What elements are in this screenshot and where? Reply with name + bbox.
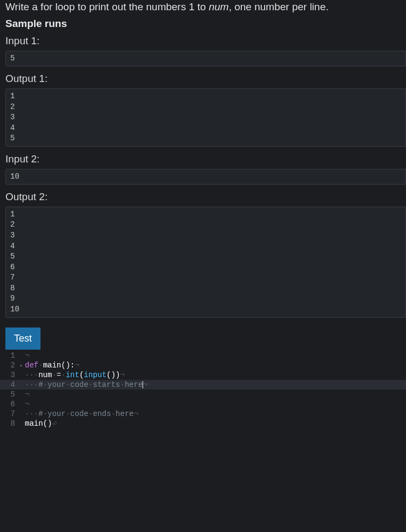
line-number: 7 xyxy=(0,409,19,419)
code-line[interactable]: 1¬ xyxy=(0,351,406,360)
line-number: 3 xyxy=(0,370,19,380)
line-number: 4 xyxy=(0,380,19,390)
prompt-before: Write a for loop to print out the number… xyxy=(5,1,209,12)
output2-label: Output 2: xyxy=(5,190,406,204)
code-content[interactable]: ···num·=·int(input())¬ xyxy=(25,370,125,380)
code-line[interactable]: 3···num·=·int(input())¬ xyxy=(0,370,406,380)
prompt-after: , one number per line. xyxy=(229,1,329,12)
tab-test[interactable]: Test xyxy=(5,328,40,350)
fold-icon xyxy=(19,390,25,399)
code-line[interactable]: 6¬ xyxy=(0,399,406,409)
line-number: 8 xyxy=(0,419,19,428)
fold-icon xyxy=(19,409,25,419)
prompt-em: num xyxy=(209,1,229,12)
output2-box: 1 2 3 4 5 6 7 8 9 10 xyxy=(5,207,406,318)
fold-icon xyxy=(19,380,25,390)
fold-icon xyxy=(19,399,25,409)
line-number: 6 xyxy=(0,399,19,409)
code-content[interactable]: ···#·your·code·ends·here¬ xyxy=(25,409,138,419)
code-content[interactable]: ···#·your·code·starts·here¬ xyxy=(25,380,147,390)
fold-icon xyxy=(19,370,25,380)
input2-label: Input 2: xyxy=(5,152,406,167)
code-line[interactable]: 4···#·your·code·starts·here¬ xyxy=(0,380,406,390)
input2-box: 10 xyxy=(5,169,406,185)
line-number: 1 xyxy=(0,351,19,360)
code-line[interactable]: 8main()⏎ xyxy=(0,419,406,428)
sample-runs-heading: Sample runs xyxy=(5,17,406,31)
code-line[interactable]: 5¬ xyxy=(0,390,406,399)
line-number: 5 xyxy=(0,390,19,399)
fold-icon[interactable]: ▾ xyxy=(19,360,25,370)
input1-label: Input 1: xyxy=(5,34,406,49)
problem-prompt: Write a for loop to print out the number… xyxy=(5,0,406,15)
code-content[interactable]: main()⏎ xyxy=(25,419,57,428)
input1-box: 5 xyxy=(5,51,406,67)
code-content[interactable]: ¬ xyxy=(25,390,29,399)
code-content[interactable]: def·main():¬ xyxy=(25,360,79,370)
code-editor[interactable]: 1¬2▾def·main():¬3···num·=·int(input())¬4… xyxy=(0,350,406,428)
fold-icon xyxy=(19,351,25,360)
code-content[interactable]: ¬ xyxy=(25,399,29,409)
code-line[interactable]: 7···#·your·code·ends·here¬ xyxy=(0,409,406,419)
tab-row: Test xyxy=(5,328,406,350)
output1-box: 1 2 3 4 5 xyxy=(5,88,406,147)
output1-label: Output 1: xyxy=(5,72,406,86)
line-number: 2 xyxy=(0,360,19,370)
code-line[interactable]: 2▾def·main():¬ xyxy=(0,360,406,370)
fold-icon xyxy=(19,419,25,428)
code-content[interactable]: ¬ xyxy=(25,351,29,360)
